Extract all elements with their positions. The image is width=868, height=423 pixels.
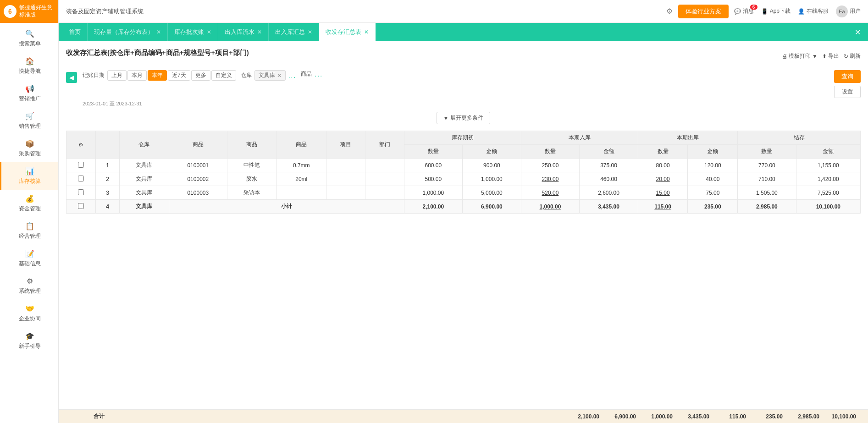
refresh-action[interactable]: ↻ 刷新 <box>844 52 861 60</box>
date-btn-more[interactable]: 更多 <box>191 70 210 81</box>
sidebar-item-purchase[interactable]: 📦采购管理 <box>0 135 58 162</box>
col-no-header <box>96 131 120 159</box>
col-settings-header[interactable]: ⚙ <box>66 131 96 159</box>
row-balance-amt-0: 1,155.00 <box>796 159 860 172</box>
query-button[interactable]: 查询 <box>834 70 861 83</box>
sidebar-item-stock[interactable]: 📊库存核算 <box>0 162 58 190</box>
date-btn-custom[interactable]: 自定义 <box>211 70 236 81</box>
sidebar-label-system: 系统管理 <box>19 287 41 295</box>
sidebar-item-basic[interactable]: 📝基础信息 <box>0 245 58 272</box>
total-cell-6: 2,985.00 <box>787 413 824 420</box>
sidebar-icon-finance: 💰 <box>25 194 34 203</box>
tab-close-batch[interactable]: ✕ <box>207 29 211 35</box>
tab-home[interactable]: 首页 <box>62 23 88 41</box>
sidebar-label-collab: 企业协同 <box>19 315 41 323</box>
collapse-button[interactable]: ◀ <box>66 72 77 83</box>
warehouse-label: 仓库 <box>241 71 252 79</box>
warehouse-tag[interactable]: 文具库 ✕ <box>254 70 286 81</box>
sidebar-item-sales[interactable]: 🛒销售管理 <box>0 107 58 135</box>
row-in-qty-2[interactable]: 520.00 <box>521 186 580 200</box>
tab-batch[interactable]: 库存批次账✕ <box>168 23 218 41</box>
row-in-amt-2: 2,600.00 <box>580 186 638 200</box>
col-in-qty-header: 数量 <box>521 145 580 159</box>
row-opening-amt-2: 5,000.00 <box>463 186 521 200</box>
row-dept-2 <box>365 186 404 200</box>
tab-close-inout-summary[interactable]: ✕ <box>308 29 312 35</box>
tab-close-inout-flow[interactable]: ✕ <box>257 29 262 35</box>
row-no-2: 3 <box>96 186 120 200</box>
data-table: ⚙ 仓库 商品 商品 商品 项目 部门 库存期初 本期入库 本期出库 结存 <box>66 131 861 214</box>
row-spec-2 <box>276 186 326 200</box>
row-in-qty-1[interactable]: 230.00 <box>521 172 580 186</box>
tab-close-receive-summary[interactable]: ✕ <box>364 29 369 35</box>
sidebar-item-collab[interactable]: 🤝企业协同 <box>0 300 58 327</box>
row-opening-amt-1: 1,000.00 <box>463 172 521 186</box>
subtotal-row: 4 文具库 小计 2,100.00 6,900.00 1,000.00 3,43… <box>66 200 861 214</box>
sidebar-label-marketing: 营销推广 <box>19 95 41 103</box>
date-btn-this-month[interactable]: 本月 <box>127 70 147 81</box>
date-btn-7days[interactable]: 近7天 <box>168 70 190 81</box>
subtotal-in-qty[interactable]: 1,000.00 <box>521 200 580 214</box>
warehouse-tag-close-icon[interactable]: ✕ <box>277 72 282 79</box>
tab-inout-flow[interactable]: 出入库流水✕ <box>218 23 269 41</box>
row-checkbox-1[interactable] <box>66 172 96 186</box>
tab-inout-summary[interactable]: 出入库汇总✕ <box>269 23 319 41</box>
app-download-action[interactable]: 📱 App下载 <box>761 7 791 15</box>
row-out-qty-1[interactable]: 20.00 <box>638 172 688 186</box>
settings-button[interactable]: 设置 <box>834 86 861 98</box>
row-warehouse-1: 文具库 <box>120 172 169 186</box>
goods-dots[interactable]: ... <box>315 71 323 78</box>
close-all-icon[interactable]: ✕ <box>851 28 864 37</box>
export-action[interactable]: ⬆ 导出 <box>822 52 839 60</box>
trial-button[interactable]: 体验行业方案 <box>678 5 729 18</box>
subtotal-label: 小计 <box>169 200 404 214</box>
online-service-action[interactable]: 👤 在线客服 <box>798 7 829 15</box>
row-balance-qty-0: 770.00 <box>738 159 796 172</box>
messages-action[interactable]: 💬 消息 6 <box>734 7 754 15</box>
subtotal-warehouse: 文具库 <box>120 200 169 214</box>
row-in-amt-1: 460.00 <box>580 172 638 186</box>
sidebar-item-quick-nav[interactable]: 🏠快捷导航 <box>0 52 58 80</box>
warehouse-dots[interactable]: ... <box>288 72 297 79</box>
tab-label-home: 首页 <box>69 28 81 36</box>
sidebar-icon-sales: 🛒 <box>25 112 34 121</box>
sidebar-item-guide[interactable]: 🎓新手引导 <box>0 327 58 355</box>
row-checkbox-2[interactable] <box>66 186 96 200</box>
row-checkbox-0[interactable] <box>66 159 96 172</box>
row-project-1 <box>326 172 365 186</box>
print-action[interactable]: 🖨 模板打印 ▼ <box>782 52 818 60</box>
sidebar-label-finance: 资金管理 <box>19 205 41 213</box>
tab-stock-dist[interactable]: 现存量（库存分布表）✕ <box>88 23 168 41</box>
tab-label-inout-summary: 出入库汇总 <box>275 28 305 36</box>
date-btn-this-year[interactable]: 本年 <box>148 70 167 81</box>
row-out-qty-2[interactable]: 15.00 <box>638 186 688 200</box>
col-out-qty-header: 数量 <box>638 145 688 159</box>
header-actions: 💬 消息 6 📱 App下载 👤 在线客服 Ea 用户 <box>734 5 861 17</box>
row-name-0: 中性笔 <box>227 159 276 172</box>
subtotal-out-amt: 235.00 <box>688 200 738 214</box>
sidebar-item-operation[interactable]: 📋经营管理 <box>0 217 58 245</box>
user-action[interactable]: Ea 用户 <box>836 5 861 17</box>
col-balance-amt-header: 金额 <box>796 145 860 159</box>
col-balance-header: 结存 <box>738 131 861 145</box>
gear-icon[interactable]: ⚙ <box>666 7 673 16</box>
expand-more-button[interactable]: ▼ 展开更多条件 <box>437 112 491 124</box>
filter-row: ◀ 记账日期 上月 本月 本年 近7天 更多 自定义 仓库 <box>66 70 861 98</box>
tab-receive-summary[interactable]: 收发存汇总表✕ <box>319 23 376 41</box>
expand-chevron-icon: ▼ <box>443 115 449 121</box>
tab-bar: 首页现存量（库存分布表）✕库存批次账✕出入库流水✕出入库汇总✕收发存汇总表✕✕ <box>59 23 868 41</box>
table-wrapper: ⚙ 仓库 商品 商品 商品 项目 部门 库存期初 本期入库 本期出库 结存 <box>66 131 861 214</box>
sidebar-item-search[interactable]: 🔍搜索菜单 <box>0 25 58 52</box>
date-btn-last-month[interactable]: 上月 <box>107 70 127 81</box>
row-in-qty-0[interactable]: 250.00 <box>521 159 580 172</box>
row-out-qty-0[interactable]: 80.00 <box>638 159 688 172</box>
subtotal-out-qty[interactable]: 115.00 <box>638 200 688 214</box>
total-cell-7: 10,100.00 <box>824 413 861 420</box>
sidebar-item-finance[interactable]: 💰资金管理 <box>0 190 58 217</box>
col-balance-qty-header: 数量 <box>738 145 796 159</box>
sidebar-item-system[interactable]: ⚙系统管理 <box>0 272 58 300</box>
sidebar-item-marketing[interactable]: 📢营销推广 <box>0 80 58 107</box>
tab-close-stock-dist[interactable]: ✕ <box>156 29 161 35</box>
sidebar: 6 畅捷通好生意 标准版 🔍搜索菜单🏠快捷导航📢营销推广🛒销售管理📦采购管理📊库… <box>0 0 59 423</box>
warehouse-tag-value: 文具库 <box>259 71 275 79</box>
